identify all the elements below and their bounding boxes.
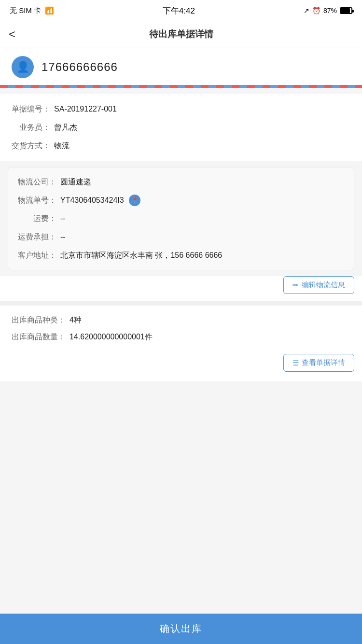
logistics-card: 物流公司： 圆通速递 物流单号： YT43064053424I3 📍 运费： -…	[8, 167, 354, 270]
logistics-address-row: 客户地址： 北京市市辖区海淀区永丰南 张，156 6666 6666	[18, 250, 344, 261]
avatar: 👤	[12, 56, 34, 78]
goods-quantity-value: 14.620000000000001件	[70, 332, 153, 342]
battery-label: 87%	[323, 7, 337, 14]
edit-logistics-button[interactable]: ✏ 编辑物流信息	[283, 276, 354, 294]
salesman-row: 业务员： 曾凡杰	[12, 122, 350, 133]
status-right: ↗ ⏰ 87%	[304, 7, 352, 14]
location-icon: ↗	[304, 7, 309, 14]
section-divider	[0, 301, 362, 306]
carrier-label: 无 SIM 卡	[10, 6, 41, 15]
logistics-freightbear-row: 运费承担： --	[18, 231, 344, 243]
order-no-value: SA-20191227-001	[54, 103, 350, 115]
view-btn-label: 查看单据详情	[302, 358, 345, 367]
user-header: 👤 17666666666	[0, 47, 362, 85]
dashed-divider	[0, 85, 362, 88]
logistics-freight-row: 运费： --	[18, 213, 344, 224]
logistics-company-row: 物流公司： 圆通速递	[18, 176, 344, 188]
view-icon: ☰	[292, 359, 299, 367]
order-no-row: 单据编号： SA-20191227-001	[12, 103, 350, 115]
goods-types-row: 出库商品种类： 4种	[12, 315, 350, 325]
goods-types-value: 4种	[70, 315, 82, 325]
nav-title: 待出库单据详情	[149, 28, 213, 41]
salesman-label: 业务员：	[12, 122, 50, 133]
logistics-freightbear-value: --	[60, 231, 344, 243]
status-left: 无 SIM 卡 📶	[10, 6, 54, 15]
logistics-company-label: 物流公司：	[18, 176, 56, 188]
confirm-button[interactable]: 确认出库	[0, 614, 362, 644]
logistics-address-label: 客户地址：	[18, 250, 56, 261]
salesman-value: 曾凡杰	[54, 122, 350, 133]
order-no-label: 单据编号：	[12, 103, 50, 115]
wifi-icon: 📶	[45, 6, 54, 15]
delivery-value: 物流	[54, 140, 350, 152]
edit-icon: ✏	[292, 281, 299, 290]
goods-quantity-label: 出库商品数量：	[12, 332, 66, 342]
order-info-section: 单据编号： SA-20191227-001 业务员： 曾凡杰 交货方式： 物流	[0, 94, 362, 161]
goods-section: 出库商品种类： 4种 出库商品数量： 14.620000000000001件	[0, 306, 362, 350]
logistics-address-value: 北京市市辖区海淀区永丰南 张，156 6666 6666	[60, 250, 344, 261]
back-button[interactable]: <	[9, 28, 15, 41]
logistics-tracking-label: 物流单号：	[18, 195, 56, 206]
logistics-freight-value: --	[60, 213, 344, 224]
logistics-freight-label: 运费：	[18, 213, 56, 224]
delivery-row: 交货方式： 物流	[12, 140, 350, 152]
track-location-icon[interactable]: 📍	[129, 195, 140, 206]
bottom-spacer	[0, 381, 362, 644]
view-btn-wrap: ☰ 查看单据详情	[0, 350, 362, 381]
edit-btn-label: 编辑物流信息	[302, 280, 345, 290]
edit-btn-wrap: ✏ 编辑物流信息	[0, 276, 362, 301]
nav-bar: < 待出库单据详情	[0, 21, 362, 47]
status-bar: 无 SIM 卡 📶 下午4:42 ↗ ⏰ 87%	[0, 0, 362, 21]
battery-icon	[340, 7, 352, 14]
confirm-btn-label: 确认出库	[160, 622, 202, 635]
logistics-tracking-value: YT43064053424I3 📍	[60, 195, 344, 206]
status-time: 下午4:42	[163, 5, 195, 16]
goods-quantity-row: 出库商品数量： 14.620000000000001件	[12, 332, 350, 342]
user-phone: 17666666666	[42, 60, 118, 74]
logistics-freightbear-label: 运费承担：	[18, 231, 56, 243]
view-detail-button[interactable]: ☰ 查看单据详情	[283, 354, 354, 372]
logistics-tracking-row: 物流单号： YT43064053424I3 📍	[18, 195, 344, 206]
delivery-label: 交货方式：	[12, 140, 50, 152]
logistics-company-value: 圆通速递	[60, 176, 344, 188]
alarm-icon: ⏰	[312, 7, 320, 14]
goods-types-label: 出库商品种类：	[12, 315, 66, 325]
